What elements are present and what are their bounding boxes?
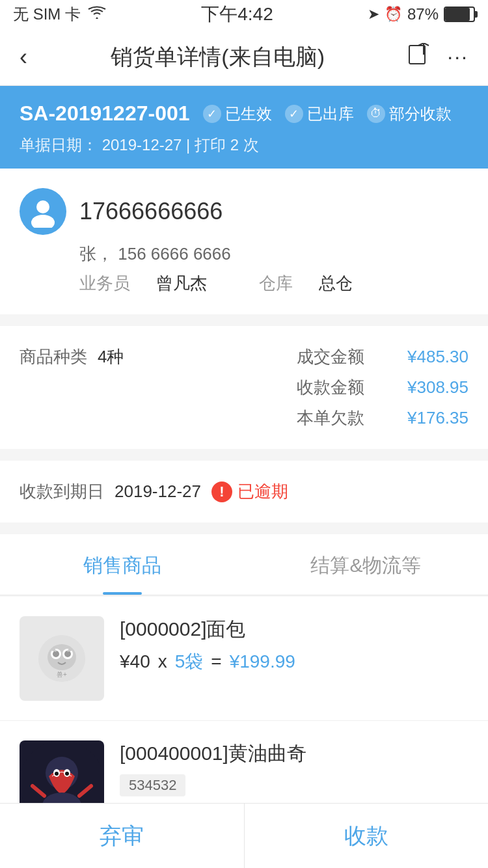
more-icon[interactable]: ··· <box>447 45 468 69</box>
stats-left: 商品种类 4种 <box>20 346 124 368</box>
owed-value: ¥176.35 <box>377 408 468 428</box>
product-sku-2: 534532 <box>120 774 185 796</box>
received-row: 收款金额 ¥308.95 <box>297 376 468 399</box>
deal-amount-value: ¥485.30 <box>377 347 468 367</box>
product-info-1: [0000002]面包 ¥40 x 5袋 = ¥199.99 <box>120 616 468 674</box>
battery-icon <box>444 7 475 22</box>
deal-amount-row: 成交金额 ¥485.30 <box>297 346 468 368</box>
page-title: 销货单详情(来自电脑) <box>111 42 325 72</box>
svg-point-5 <box>47 644 76 670</box>
battery-percent: 87% <box>407 5 439 23</box>
status-bar: 无 SIM 卡 下午4:42 ➤ ⏰ 87% <box>0 0 488 29</box>
due-date-value: 2019-12-27 <box>115 481 201 502</box>
price-qty-1: 5袋 <box>175 649 204 674</box>
due-label: 收款到期日 <box>20 480 104 503</box>
list-item: 兽+ [0000002]面包 ¥40 x 5袋 = ¥199.99 <box>0 597 488 721</box>
warehouse-value: 总仓 <box>319 272 353 295</box>
stats-section: 商品种类 4种 成交金额 ¥485.30 收款金额 ¥308.95 本单欠款 ¥… <box>0 326 488 449</box>
svg-point-15 <box>55 772 59 776</box>
nav-bar: ‹ 销货单详情(来自电脑) ··· <box>0 29 488 86</box>
check-icon2: ✓ <box>285 105 303 123</box>
due-section: 收款到期日 2019-12-27 ! 已逾期 <box>0 461 488 522</box>
alarm-icon: ⏰ <box>385 6 402 23</box>
order-meta: 单据日期： 2019-12-27 | 打印 2 次 <box>20 135 468 156</box>
overdue-badge: ! 已逾期 <box>211 480 288 503</box>
tabs-section: 销售商品 结算&物流等 <box>0 534 488 595</box>
received-value: ¥308.95 <box>377 377 468 398</box>
divider-2 <box>0 450 488 461</box>
tab-sales-products[interactable]: 销售商品 <box>0 534 244 595</box>
carrier-label: 无 SIM 卡 <box>13 4 81 25</box>
customer-name-phone: 张， 156 6666 6666 <box>79 243 468 265</box>
category-label: 商品种类 <box>20 346 87 368</box>
share-icon[interactable] <box>408 43 431 72</box>
overdue-text: 已逾期 <box>237 480 288 503</box>
price-total-1: ¥199.99 <box>230 651 295 672</box>
owed-label: 本单欠款 <box>297 407 364 429</box>
tab-settlement[interactable]: 结算&物流等 <box>244 534 488 595</box>
svg-point-2 <box>36 200 49 213</box>
product-name-1: [0000002]面包 <box>120 616 468 643</box>
confirm-button[interactable]: 收款 <box>245 804 489 868</box>
cancel-button[interactable]: 弃审 <box>0 804 245 868</box>
order-id: SA-20191227-001 <box>20 102 190 126</box>
category-count: 4种 <box>98 346 124 368</box>
svg-point-16 <box>65 772 69 776</box>
status-partial: ⏱ 部分收款 <box>367 103 452 124</box>
status-shipped: ✓ 已出库 <box>285 103 354 124</box>
deal-amount-label: 成交金额 <box>297 346 364 368</box>
status-effective: ✓ 已生效 <box>203 103 272 124</box>
status-right: ➤ ⏰ 87% <box>368 5 475 23</box>
customer-info-row: 业务员 曾凡杰 仓库 总仓 <box>79 272 468 295</box>
customer-phone: 17666666666 <box>79 198 223 225</box>
product-price-row-1: ¥40 x 5袋 = ¥199.99 <box>120 649 468 674</box>
overdue-icon: ! <box>211 481 232 502</box>
location-icon: ➤ <box>368 6 379 23</box>
received-label: 收款金额 <box>297 376 364 399</box>
nav-actions: ··· <box>408 43 468 72</box>
stats-right: 成交金额 ¥485.30 收款金额 ¥308.95 本单欠款 ¥176.35 <box>297 346 468 429</box>
bottom-bar: 弃审 收款 <box>0 803 488 868</box>
customer-section: 17666666666 张， 156 6666 6666 业务员 曾凡杰 仓库 … <box>0 169 488 314</box>
product-name-2: [000400001]黄油曲奇 <box>120 740 468 767</box>
time-display: 下午4:42 <box>201 2 273 27</box>
customer-avatar <box>20 188 66 235</box>
svg-text:兽+: 兽+ <box>57 671 67 678</box>
check-icon: ✓ <box>203 105 221 123</box>
clock-icon: ⏱ <box>367 105 385 123</box>
owed-row: 本单欠款 ¥176.35 <box>297 407 468 429</box>
salesperson-value: 曾凡杰 <box>156 272 207 295</box>
order-header: SA-20191227-001 ✓ 已生效 ✓ 已出库 ⏱ 部分收款 单据日期：… <box>0 86 488 169</box>
divider-3 <box>0 524 488 534</box>
warehouse-label: 仓库 <box>259 272 293 295</box>
product-image-1: 兽+ <box>20 616 104 701</box>
status-left: 无 SIM 卡 <box>13 4 107 25</box>
price-base-1: ¥40 <box>120 651 150 672</box>
divider-1 <box>0 316 488 326</box>
back-button[interactable]: ‹ <box>20 44 27 71</box>
wifi-icon <box>87 5 107 23</box>
svg-point-3 <box>31 215 55 228</box>
salesperson-label: 业务员 <box>79 272 130 295</box>
svg-rect-0 <box>409 46 425 64</box>
